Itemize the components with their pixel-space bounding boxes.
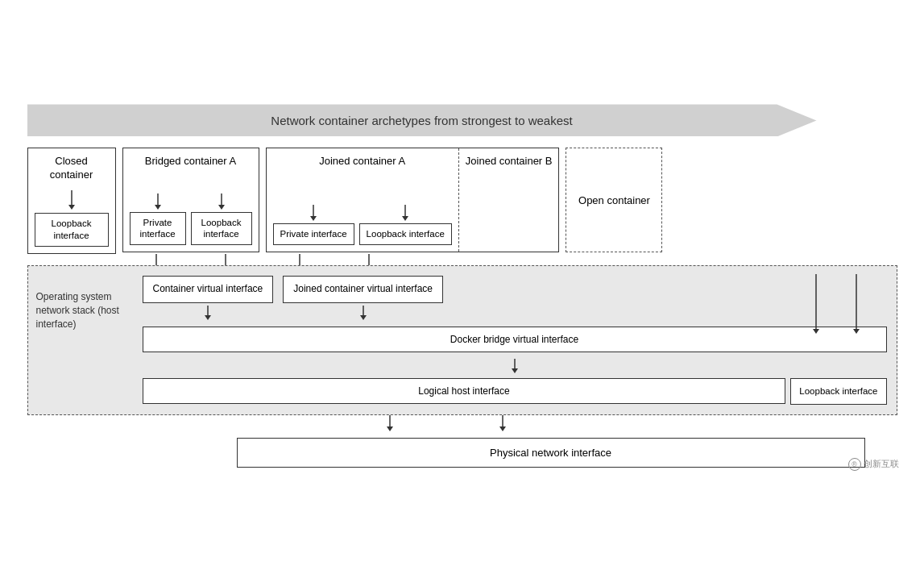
os-inner: Container virtual interface Joined conta… xyxy=(143,276,887,405)
physical-interface-box: Physical network interface xyxy=(237,438,865,468)
virtual-interfaces-row: Container virtual interface Joined conta… xyxy=(143,276,887,320)
cvirt-to-bridge-arrow xyxy=(200,306,216,320)
joined-virt-label: Joined container virtual interface xyxy=(283,276,443,303)
docker-bridge-row: Docker bridge virtual interface xyxy=(143,327,887,373)
svg-marker-6 xyxy=(218,205,225,210)
closed-loopback-interface: Loopback interface xyxy=(35,213,109,247)
watermark: ® 创新互联 xyxy=(848,458,899,471)
logical-host-row: Logical host interface Loopback interfac… xyxy=(143,378,887,405)
open-container: Open container xyxy=(566,148,662,252)
logical-to-physical-arrows xyxy=(132,415,760,431)
bridged-loopback-interface: Loopback interface xyxy=(191,212,252,246)
arrow-loopback-bridged xyxy=(213,193,230,210)
svg-marker-1 xyxy=(68,205,75,210)
joined-virtual-interface-box: Joined container virtual interface xyxy=(283,276,443,320)
os-network-stack: Operating system network stack (host int… xyxy=(27,265,897,415)
header-text: Network container archetypes from strong… xyxy=(271,114,572,127)
container-virtual-interface-box: Container virtual interface xyxy=(143,276,274,320)
closed-container-title: Closed container xyxy=(35,155,109,182)
open-container-title: Open container xyxy=(578,194,650,206)
jvirt-to-bridge-arrow xyxy=(355,306,371,320)
svg-marker-30 xyxy=(387,426,393,431)
joined-container-a: Joined container A Private interface xyxy=(267,148,458,252)
joined-containers-wrapper: Joined container A Private interface xyxy=(266,148,560,252)
joined-a-loopback-interface: Loopback interface xyxy=(359,223,452,245)
os-stack-label: Operating system network stack (host int… xyxy=(36,290,125,331)
direction-arrow: Network container archetypes from strong… xyxy=(27,104,817,136)
arrow-loopback-closed xyxy=(64,190,80,210)
svg-marker-10 xyxy=(402,216,408,221)
svg-marker-4 xyxy=(155,205,161,210)
svg-marker-20 xyxy=(205,315,211,320)
svg-marker-22 xyxy=(360,315,367,320)
arrow-private-bridged xyxy=(150,193,166,210)
joined-a-private-interface: Private interface xyxy=(273,223,354,245)
watermark-text: 创新互联 xyxy=(864,458,899,470)
physical-row: Physical network interface xyxy=(132,431,897,468)
bridged-private-interface: Private interface xyxy=(130,212,186,246)
container-virt-label: Container virtual interface xyxy=(143,276,274,303)
arrow-loopback-joined-a xyxy=(397,205,413,221)
header-arrow: Network container archetypes from strong… xyxy=(27,102,897,138)
arrow-private-joined-a xyxy=(305,205,321,221)
joined-a-title: Joined container A xyxy=(319,155,405,169)
joined-b-title: Joined container B xyxy=(466,155,553,169)
logical-host-box: Logical host interface xyxy=(143,378,786,404)
bridge-to-logical-arrow xyxy=(507,359,523,373)
watermark-circle: ® xyxy=(848,458,861,471)
closed-container: Closed container Loopback interface xyxy=(27,148,116,254)
joined-container-b: Joined container B xyxy=(459,148,559,252)
svg-marker-32 xyxy=(499,426,506,431)
bridged-container: Bridged container A Private interface Lo… xyxy=(122,148,259,252)
os-loopback-box: Loopback interface xyxy=(790,378,886,405)
svg-marker-24 xyxy=(512,368,518,373)
docker-bridge-box: Docker bridge virtual interface xyxy=(143,327,887,352)
bridged-container-title: Bridged container A xyxy=(145,155,236,169)
svg-marker-8 xyxy=(310,216,317,221)
to-physical-arrows xyxy=(325,415,567,431)
